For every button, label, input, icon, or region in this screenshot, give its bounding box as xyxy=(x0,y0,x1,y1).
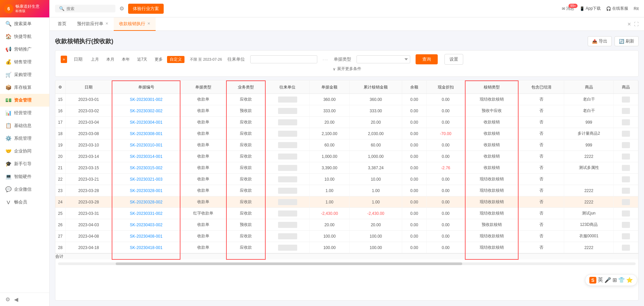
export-button[interactable]: 📤 导出 xyxy=(588,36,612,46)
table-row[interactable]: 27 2023-04-08 SK-20230408-001 收款单 应收款 ██… xyxy=(55,231,638,242)
settings-icon[interactable]: ⚙ xyxy=(5,296,10,303)
voucher-no-link[interactable]: SK-20230314-001 xyxy=(130,154,162,159)
voucher-no-link[interactable]: SK-20230403-002 xyxy=(130,223,162,227)
s-icon[interactable]: S xyxy=(589,277,596,284)
tab-close-advance[interactable]: ✕ xyxy=(105,21,108,26)
mic-icon[interactable]: 🎤 xyxy=(604,277,611,283)
voucher-no-link[interactable]: SK-20230310-001 xyxy=(130,143,162,147)
col-goods2[interactable]: 商品 xyxy=(613,81,638,94)
col-balance[interactable]: 余额 xyxy=(402,81,426,94)
col-writeoff-amount[interactable]: 累计核销金额 xyxy=(350,81,402,94)
tab-collection-exec[interactable]: 收款核销执行 ✕ xyxy=(114,17,156,31)
table-row[interactable]: 21 2023-03-15 SK-20230315-002 收款单 应收款 ██… xyxy=(55,162,638,174)
voucher-no-link[interactable]: SK-20230331-002 xyxy=(130,211,162,216)
sidebar-item-quicknav[interactable]: 🏠 快捷导航 xyxy=(0,30,49,43)
voucher-no-link[interactable]: SK-20230408-001 xyxy=(130,234,162,239)
filter-settings-button[interactable]: 设置 xyxy=(444,54,463,65)
table-row[interactable]: 24 2023-03-28 SK-20230328-002 收款单 应收款 ██… xyxy=(55,196,638,208)
col-voucher-type[interactable]: 单据类型 xyxy=(180,81,226,94)
filter-expand-row[interactable]: ∨ 展开更多条件 xyxy=(61,65,633,73)
col-settings[interactable]: ⚙ xyxy=(55,81,65,94)
sidebar-item-operations[interactable]: 📊 经营管理 xyxy=(0,107,49,119)
col-voucher-no[interactable]: 单据编号 xyxy=(112,81,180,94)
table-row[interactable]: 28 2023-04-18 SK-20230418-001 收款单 应收款 ██… xyxy=(55,242,638,254)
filter-expand-side[interactable]: » xyxy=(61,56,67,63)
table-row[interactable]: 26 2023-04-03 SK-20230403-002 收款单 预收款 ██… xyxy=(55,219,638,231)
gear-icon[interactable]: ⚙ xyxy=(119,5,124,12)
counterpart-label: 往来单位 xyxy=(227,56,245,62)
sidebar-item-basicinfo[interactable]: 📋 基础信息 xyxy=(0,119,49,132)
close-tab-icon[interactable]: ✕ xyxy=(627,21,631,27)
search-input[interactable] xyxy=(66,6,107,11)
voucher-no-link[interactable]: SK-20230302-002 xyxy=(130,109,162,113)
app-download-link[interactable]: 📱 App下载 xyxy=(580,6,601,11)
voucher-no-link[interactable]: SK-20230328-001 xyxy=(130,188,162,193)
star-icon[interactable]: ⭐ xyxy=(626,277,633,283)
sidebar-item-marketing[interactable]: 📢 营销推广 xyxy=(0,43,49,56)
date-btn-this-month[interactable]: 本月 xyxy=(103,56,117,63)
col-amount[interactable]: 单据金额 xyxy=(310,81,350,94)
date-btn-this-year[interactable]: 本年 xyxy=(119,56,133,63)
query-button[interactable]: 查询 xyxy=(416,54,438,64)
sidebar-item-finance[interactable]: 💵 资金管理 xyxy=(0,94,49,107)
headset-icon: 🎧 xyxy=(606,6,611,11)
col-biz-type[interactable]: 业务类型 xyxy=(226,81,265,94)
mobile-icon: 📱 xyxy=(580,6,585,11)
sidebar-item-system[interactable]: ⚙️ 系统管理 xyxy=(0,132,49,145)
voucher-no-link[interactable]: SK-20230418-001 xyxy=(130,245,162,250)
sidebar-item-inventory[interactable]: 📦 库存核算 xyxy=(0,81,49,94)
sidebar-item-search[interactable]: 🔍 搜索菜单 xyxy=(0,17,49,30)
sidebar-item-purchase[interactable]: 🛒 采购管理 xyxy=(0,68,49,81)
voucher-no-link[interactable]: SK-20230308-001 xyxy=(130,131,162,136)
grid-icon[interactable]: ⊞ xyxy=(612,277,617,283)
sidebar-item-hardware[interactable]: 💻 智能硬件 xyxy=(0,170,49,183)
voucher-type-select[interactable] xyxy=(357,55,410,63)
voucher-no-link[interactable]: SK-20230328-002 xyxy=(130,200,162,204)
table-row[interactable]: 17 2023-03-04 SK-20230304-001 收款单 应收款 ██… xyxy=(55,117,638,128)
col-writeoff-type[interactable]: 核销类型 xyxy=(465,81,519,94)
english-icon[interactable]: 英 xyxy=(598,277,603,284)
voucher-no-link[interactable]: SK-20230301-002 xyxy=(130,97,162,102)
date-btn-more[interactable]: 更多 xyxy=(152,56,166,63)
table-row[interactable]: 15 2023-03-01 SK-20230301-002 收款单 应收款 ██… xyxy=(55,94,638,105)
table-row[interactable]: 19 2023-03-10 SK-20230310-001 收款单 应收款 ██… xyxy=(55,139,638,151)
solution-button[interactable]: 体验行业方案 xyxy=(128,4,164,14)
customer-service-link[interactable]: 🎧 在线客服 xyxy=(606,6,628,11)
counterpart-input[interactable] xyxy=(250,55,317,63)
tab-advance-payment[interactable]: 预付款应付单 ✕ xyxy=(72,17,114,31)
horizontal-scrollbar[interactable] xyxy=(58,262,636,265)
table-row[interactable]: 25 2023-03-31 SK-20230331-002 红字收款单 应收款 … xyxy=(55,208,638,219)
tab-home[interactable]: 首页 xyxy=(52,17,72,31)
sidebar-item-member[interactable]: V 畅会员 xyxy=(0,196,49,208)
tab-close-collection[interactable]: ✕ xyxy=(147,21,150,26)
table-row[interactable]: 20 2023-03-14 SK-20230314-001 收款单 应收款 ██… xyxy=(55,151,638,162)
col-include-settled[interactable]: 包含已结清 xyxy=(518,81,564,94)
sidebar-footer: ⚙ ◀ xyxy=(0,293,49,306)
date-custom-btn[interactable]: 自定义 xyxy=(167,56,184,63)
sidebar-item-wechat[interactable]: 💬 企业微信 xyxy=(0,183,49,196)
tshirt-icon[interactable]: 👕 xyxy=(618,277,625,283)
sidebar-item-corp[interactable]: 🤝 企业协同 xyxy=(0,145,49,158)
date-btn-7days[interactable]: 近7天 xyxy=(134,56,151,63)
topbar-search-box[interactable]: 🔍 xyxy=(55,5,115,12)
col-date[interactable]: 日期 xyxy=(65,81,112,94)
refresh-button[interactable]: 🔄 刷新 xyxy=(614,36,639,46)
col-counterpart[interactable]: 往来单位 xyxy=(265,81,309,94)
table-row[interactable]: 22 2023-03-21 SK-20230321-003 收款单 应收款 ██… xyxy=(55,174,638,185)
voucher-no-link[interactable]: SK-20230304-001 xyxy=(130,120,162,125)
voucher-no-link[interactable]: SK-20230321-003 xyxy=(130,177,162,182)
inventory-icon: 📦 xyxy=(5,84,11,90)
date-btn-last-month[interactable]: 上月 xyxy=(88,56,102,63)
user-menu[interactable]: Rit xyxy=(634,6,639,11)
sidebar-item-sales[interactable]: 💰 销售管理 xyxy=(0,56,49,68)
voucher-no-link[interactable]: SK-20230315-002 xyxy=(130,166,162,170)
sidebar-item-guide[interactable]: 🎓 新手引导 xyxy=(0,158,49,170)
table-row[interactable]: 16 2023-03-02 SK-20230302-002 收款单 预收款 ██… xyxy=(55,105,638,117)
col-cash-discount[interactable]: 现金折扣 xyxy=(426,81,465,94)
maximize-icon[interactable]: ⛶ xyxy=(634,21,639,27)
col-goods[interactable]: 商品 xyxy=(564,81,614,94)
collapse-icon[interactable]: ◀ xyxy=(14,296,18,303)
message-button[interactable]: ✉ 消息 99+ xyxy=(562,6,574,11)
table-row[interactable]: 23 2023-03-28 SK-20230328-001 收款单 应收款 ██… xyxy=(55,185,638,196)
table-row[interactable]: 18 2023-03-08 SK-20230308-001 收款单 应收款 ██… xyxy=(55,128,638,139)
